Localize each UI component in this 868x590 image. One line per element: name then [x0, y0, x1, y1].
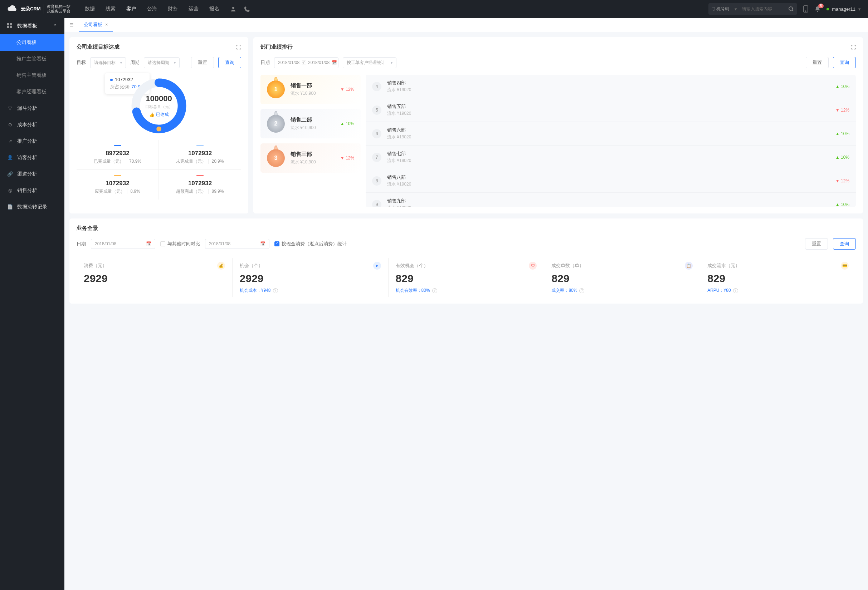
biz-stat-3: 成交单数（单）📋829成交率：80%? — [544, 258, 700, 297]
mobile-icon[interactable] — [803, 5, 809, 13]
sidebar-item-3[interactable]: 👤访客分析 — [0, 150, 64, 166]
biz-stat-2: 有效机会（个）🛡829机会有效率：80%? — [388, 258, 545, 297]
sidebar-toggle-icon[interactable]: ☰ — [69, 22, 74, 28]
calendar-icon: 📅 — [260, 241, 266, 246]
nav-item-0[interactable]: 数据 — [85, 6, 95, 12]
compare-checkbox[interactable]: 与其他时间对比 — [160, 241, 200, 247]
checkbox-box — [275, 241, 279, 246]
donut-label: 目标总量（元） — [145, 104, 173, 109]
biz-stat-1: 机会（个）➤2929机会成本：¥948? — [233, 258, 388, 297]
user-icon[interactable] — [230, 6, 236, 12]
cash-checkbox[interactable]: 按现金消费（返点后消费）统计 — [275, 241, 347, 247]
menu-icon: ◎ — [7, 188, 13, 193]
trend-indicator: ▲ 10% — [836, 202, 849, 207]
sidebar-sub-1[interactable]: 推广主管看板 — [0, 51, 64, 67]
trend-indicator: ▲ 10% — [340, 121, 354, 126]
donut-chart-area: 1072932 所占比例: 70.9% 100000 目标总量（ — [77, 68, 241, 203]
date-picker-2[interactable]: 2018/01/08 📅 — [205, 239, 269, 249]
target-select[interactable]: 请选择目标▾ — [90, 57, 126, 68]
notification-badge: 5 — [818, 4, 824, 8]
svg-rect-5 — [10, 23, 12, 25]
search-input[interactable] — [738, 6, 788, 12]
reset-button[interactable]: 重置 — [805, 238, 828, 250]
stat-icon: 💰 — [217, 262, 225, 269]
rank-number: 9 — [372, 200, 381, 207]
trend-indicator: ▲ 10% — [836, 84, 849, 89]
rank-top-2: 2销售二部流水 ¥10,900▲ 10% — [260, 109, 361, 138]
panel-business-overview: 业务全景 日期 2018/01/08 📅 与其他时间对比 2018/01/08 … — [69, 218, 863, 303]
rank-row: 9销售九部流水 ¥19020▲ 10% — [366, 193, 856, 207]
rank-row: 6销售六部流水 ¥19020▲ 10% — [366, 122, 856, 146]
rank-top-1: 1销售一部流水 ¥10,900▼ 12% — [260, 75, 361, 104]
rank-number: 5 — [372, 106, 381, 115]
sidebar-item-6[interactable]: 📄数据流转记录 — [0, 199, 64, 215]
svg-point-3 — [805, 11, 806, 12]
medal-icon: 3 — [267, 149, 285, 167]
sidebar-item-1[interactable]: ⊙成本分析 — [0, 116, 64, 133]
query-button[interactable]: 查询 — [833, 57, 856, 68]
chevron-up-icon: ⌃ — [53, 23, 57, 29]
date-range-picker[interactable]: 2018/01/08 至 2018/01/08 📅 — [274, 57, 338, 68]
notification-bell[interactable]: 5 — [814, 6, 821, 12]
expand-icon[interactable]: ⛶ — [851, 44, 856, 50]
menu-icon: ↗ — [7, 138, 13, 144]
sidebar-item-5[interactable]: ◎销售分析 — [0, 182, 64, 199]
search-type-select[interactable]: 手机号码 — [712, 6, 733, 12]
reset-button[interactable]: 重置 — [191, 57, 214, 68]
donut-status: 👍 已达成 — [145, 112, 173, 118]
nav-item-3[interactable]: 公海 — [147, 6, 157, 12]
app-header: 云朵CRM 教育机构一站式服务云平台 数据线索客户公海财务运营报名 手机号码 ▾… — [0, 0, 868, 18]
sidebar-sub-2[interactable]: 销售主管看板 — [0, 67, 64, 84]
panel-title: 公司业绩目标达成 — [77, 44, 120, 50]
nav-item-1[interactable]: 线索 — [106, 6, 115, 12]
sidebar-item-4[interactable]: 🔗渠道分析 — [0, 166, 64, 182]
help-icon[interactable]: ? — [432, 288, 437, 293]
phone-icon[interactable] — [244, 6, 250, 12]
panel-target-achievement: 公司业绩目标达成 ⛶ 目标 请选择目标▾ 周期 请选择周期▾ 重置 — [69, 37, 248, 213]
sidebar-item-0[interactable]: ▽漏斗分析 — [0, 100, 64, 116]
date-picker-1[interactable]: 2018/01/08 📅 — [91, 239, 155, 249]
biz-stat-4: 成交流水（元）💳829ARPU：¥80? — [700, 258, 856, 297]
sidebar-sub-3[interactable]: 客户经理看板 — [0, 84, 64, 100]
donut-total: 100000 — [145, 94, 173, 103]
calendar-icon: 📅 — [332, 60, 337, 65]
panel-title: 部门业绩排行 — [260, 44, 293, 50]
help-icon[interactable]: ? — [579, 288, 584, 293]
header-icon-group — [230, 6, 250, 12]
help-icon[interactable]: ? — [733, 288, 738, 293]
period-select[interactable]: 请选择周期▾ — [144, 57, 180, 68]
nav-item-5[interactable]: 运营 — [189, 6, 199, 12]
rank-number: 4 — [372, 82, 381, 91]
search-icon[interactable] — [788, 6, 794, 12]
nav-item-2[interactable]: 客户 — [126, 6, 136, 12]
rank-list[interactable]: 4销售四部流水 ¥19020▲ 10%5销售五部流水 ¥19020▼ 12%6销… — [366, 75, 856, 207]
query-button[interactable]: 查询 — [833, 238, 856, 250]
tab-company-board[interactable]: 公司看板 × — [79, 18, 113, 32]
query-button[interactable]: 查询 — [218, 57, 241, 68]
sidebar-group-dashboard[interactable]: 数据看板 ⌃ — [0, 18, 64, 34]
sidebar-item-2[interactable]: ↗推广分析 — [0, 133, 64, 150]
expand-icon[interactable]: ⛶ — [236, 44, 241, 50]
nav-item-4[interactable]: 财务 — [168, 6, 178, 12]
main-content: ☰ 公司看板 × 公司业绩目标达成 ⛶ 目标 请选择目标▾ — [64, 18, 868, 590]
dashboard-icon — [7, 23, 13, 29]
brand-subtitle: 教育机构一站式服务云平台 — [44, 4, 71, 13]
close-icon[interactable]: × — [105, 22, 108, 27]
rank-number: 7 — [372, 153, 381, 162]
reset-button[interactable]: 重置 — [806, 57, 829, 68]
menu-icon: 👤 — [7, 155, 13, 160]
sidebar-sub-0[interactable]: 公司看板 — [0, 34, 64, 51]
menu-icon: 📄 — [7, 204, 13, 210]
target-stat: 1072932超额完成（元）89.9% — [159, 170, 241, 200]
cloud-logo-icon — [7, 4, 18, 13]
stat-by-select[interactable]: 按工单客户经理统计▾ — [343, 57, 396, 68]
target-stat: 8972932已完成量（元）70.9% — [77, 140, 159, 170]
date-label: 日期 — [77, 241, 86, 247]
date-label: 日期 — [260, 59, 270, 66]
trend-indicator: ▲ 10% — [836, 131, 849, 136]
nav-item-6[interactable]: 报名 — [209, 6, 219, 12]
user-menu[interactable]: manager11 ▾ — [827, 6, 861, 12]
sidebar: 数据看板 ⌃ 公司看板推广主管看板销售主管看板客户经理看板 ▽漏斗分析⊙成本分析… — [0, 18, 64, 590]
target-label: 目标 — [77, 59, 86, 66]
help-icon[interactable]: ? — [273, 288, 278, 293]
